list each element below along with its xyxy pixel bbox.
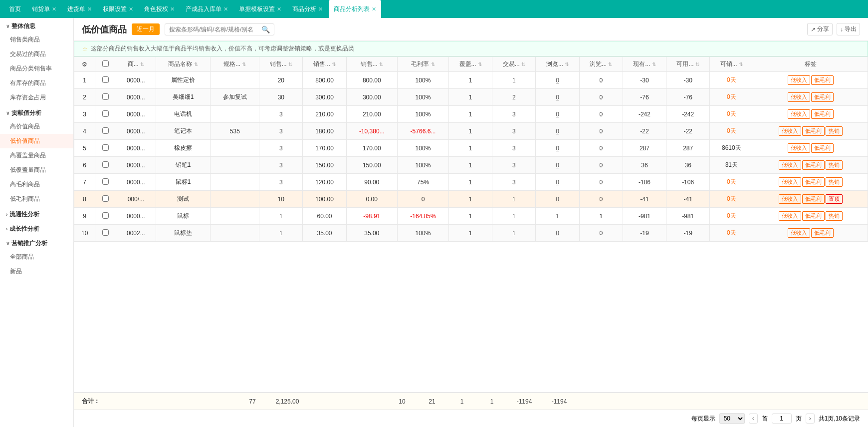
nav-close-icon[interactable]: ✕ xyxy=(318,6,323,12)
sidebar-item-low-coverage[interactable]: 低覆盖量商品 xyxy=(0,163,73,177)
page-input[interactable] xyxy=(772,414,792,424)
row-checkbox[interactable] xyxy=(102,110,109,117)
cell-checkbox[interactable] xyxy=(95,191,116,208)
cell-checkbox[interactable] xyxy=(95,123,116,140)
nav-close-icon[interactable]: ✕ xyxy=(170,6,175,12)
cell-checkbox[interactable] xyxy=(95,157,116,174)
sidebar-section-contribution[interactable]: ∨ 贡献值分析 xyxy=(0,105,73,119)
sidebar-item-all-goods[interactable]: 全部商品 xyxy=(0,250,73,264)
sidebar-item-high-margin[interactable]: 高毛利商品 xyxy=(0,177,73,192)
sidebar-item-new-goods[interactable]: 新品 xyxy=(0,264,73,279)
cell-browse1[interactable]: 0 xyxy=(536,89,579,106)
browse-link[interactable]: 0 xyxy=(556,162,559,169)
nav-close-icon[interactable]: ✕ xyxy=(87,6,92,12)
cell-checkbox[interactable] xyxy=(95,174,116,191)
col-coverage[interactable]: 覆盖... ⇅ xyxy=(449,57,492,72)
nav-close-icon[interactable]: ✕ xyxy=(52,6,56,12)
col-code[interactable]: 商... ⇅ xyxy=(116,57,156,72)
row-checkbox[interactable] xyxy=(102,76,109,83)
nav-product-analysis-list[interactable]: 商品分析列表 ✕ xyxy=(329,0,381,18)
col-name[interactable]: 商品名称 ⇅ xyxy=(156,57,211,72)
cell-browse1[interactable]: 0 xyxy=(536,157,579,174)
row-checkbox[interactable] xyxy=(102,144,109,151)
page-size-select[interactable]: 50 100 200 xyxy=(719,413,745,424)
cell-checkbox[interactable] xyxy=(95,89,116,106)
cell-browse1[interactable]: 0 xyxy=(536,140,579,157)
row-checkbox[interactable] xyxy=(102,127,109,134)
col-browse1[interactable]: 浏览... ⇅ xyxy=(536,57,579,72)
nav-template-setting[interactable]: 单据模板设置 ✕ xyxy=(234,0,286,18)
sidebar-item-high-coverage[interactable]: 高覆盖量商品 xyxy=(0,148,73,163)
nav-permission[interactable]: 权限设置 ✕ xyxy=(98,0,138,18)
cell-browse1[interactable]: 0 xyxy=(536,191,579,208)
col-spec[interactable]: 规格... ⇅ xyxy=(211,57,259,72)
col-settings[interactable]: ⚙ xyxy=(74,57,95,72)
row-checkbox[interactable] xyxy=(102,195,109,202)
col-available[interactable]: 可用... ⇅ xyxy=(666,57,710,72)
nav-product-analysis[interactable]: 商品分析 ✕ xyxy=(287,0,328,18)
row-checkbox[interactable] xyxy=(102,93,109,100)
date-filter-button[interactable]: 近一月 xyxy=(132,23,160,35)
browse-link[interactable]: 0 xyxy=(556,179,559,186)
sidebar-item-low-margin[interactable]: 低毛利商品 xyxy=(0,192,73,206)
cell-browse1[interactable]: 0 xyxy=(536,174,579,191)
cell-browse1[interactable]: 0 xyxy=(536,72,579,89)
sidebar-section-marketing[interactable]: ∨ 营销推广分析 xyxy=(0,235,73,250)
nav-product-stock[interactable]: 产成品入库单 ✕ xyxy=(181,0,233,18)
col-sale-qty[interactable]: 销售... ⇅ xyxy=(259,57,303,72)
row-checkbox[interactable] xyxy=(102,178,109,185)
nav-sales-order[interactable]: 销货单 ✕ xyxy=(27,0,61,18)
browse-link[interactable]: 0 xyxy=(556,230,559,237)
col-browse2[interactable]: 浏览... ⇅ xyxy=(579,57,623,72)
nav-purchase-order[interactable]: 进货单 ✕ xyxy=(62,0,97,18)
row-checkbox[interactable] xyxy=(102,212,109,219)
sidebar-section-liquidity[interactable]: › 流通性分析 xyxy=(0,206,73,221)
browse-link[interactable]: 1 xyxy=(556,213,559,220)
sidebar-item-category-sales-rate[interactable]: 商品分类销售率 xyxy=(0,61,73,76)
cell-browse1[interactable]: 0 xyxy=(536,106,579,123)
browse-link[interactable]: 0 xyxy=(556,196,559,203)
first-page-button[interactable]: ‹ xyxy=(749,414,758,424)
share-button[interactable]: ↗ 分享 xyxy=(807,23,833,35)
col-tags[interactable]: 标签 xyxy=(753,57,868,72)
row-checkbox[interactable] xyxy=(102,229,109,236)
col-trade[interactable]: 交易... ⇅ xyxy=(492,57,536,72)
next-page-button[interactable]: › xyxy=(806,414,815,424)
browse-link[interactable]: 0 xyxy=(556,145,559,152)
sidebar-item-traded-goods[interactable]: 交易过的商品 xyxy=(0,47,73,61)
sidebar-section-growth[interactable]: › 成长性分析 xyxy=(0,221,73,235)
sidebar-item-high-value[interactable]: 高价值商品 xyxy=(0,119,73,134)
col-checkbox[interactable] xyxy=(95,57,116,72)
col-margin-rate[interactable]: 毛利率 ⇅ xyxy=(397,57,448,72)
nav-home[interactable]: 首页 xyxy=(4,0,26,18)
cell-browse1[interactable]: 1 xyxy=(536,208,579,225)
cell-checkbox[interactable] xyxy=(95,72,116,89)
export-button[interactable]: ↓ 导出 xyxy=(837,23,860,35)
sidebar-item-sales-goods[interactable]: 销售类商品 xyxy=(0,32,73,47)
nav-close-icon[interactable]: ✕ xyxy=(372,6,376,12)
nav-close-icon[interactable]: ✕ xyxy=(129,6,133,12)
cell-checkbox[interactable] xyxy=(95,106,116,123)
cell-checkbox[interactable] xyxy=(95,140,116,157)
sidebar-section-overall[interactable]: ∨ 整体信息 xyxy=(0,18,73,32)
col-sellable[interactable]: 可销... ⇅ xyxy=(710,57,753,72)
cell-checkbox[interactable] xyxy=(95,208,116,225)
sidebar-item-low-value[interactable]: 低价值商品 xyxy=(0,134,73,148)
cell-browse1[interactable]: 0 xyxy=(536,225,579,242)
cell-checkbox[interactable] xyxy=(95,225,116,242)
sidebar-item-stock-capital[interactable]: 库存资金占用 xyxy=(0,90,73,105)
nav-close-icon[interactable]: ✕ xyxy=(277,6,281,12)
browse-link[interactable]: 0 xyxy=(556,128,559,135)
browse-link[interactable]: 0 xyxy=(556,94,559,101)
select-all-checkbox[interactable] xyxy=(102,60,109,67)
col-current-stock[interactable]: 现有... ⇅ xyxy=(623,57,666,72)
row-checkbox[interactable] xyxy=(102,161,109,168)
sidebar-item-stock-goods[interactable]: 有库存的商品 xyxy=(0,76,73,90)
nav-close-icon[interactable]: ✕ xyxy=(223,6,228,12)
browse-link[interactable]: 0 xyxy=(556,77,559,84)
browse-link[interactable]: 0 xyxy=(556,111,559,118)
search-input[interactable] xyxy=(169,26,259,33)
col-sale-profit[interactable]: 销售... ⇅ xyxy=(346,57,397,72)
nav-role-auth[interactable]: 角色授权 ✕ xyxy=(139,0,180,18)
cell-browse1[interactable]: 0 xyxy=(536,123,579,140)
